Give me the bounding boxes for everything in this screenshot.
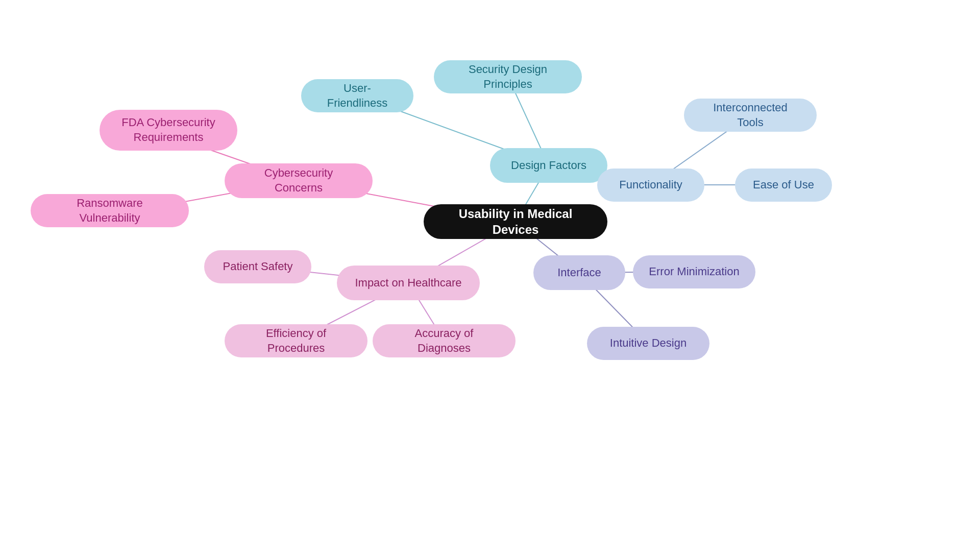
ransomware-node: Ransomware Vulnerability [31,194,189,227]
interconnected-tools-node: Interconnected Tools [684,99,817,132]
efficiency-node: Efficiency of Procedures [225,324,368,357]
impact-healthcare-node: Impact on Healthcare [337,266,480,300]
user-friendliness-node: User-Friendliness [301,79,413,112]
center-node: Usability in Medical Devices [424,204,607,239]
intuitive-design-node: Intuitive Design [587,327,709,360]
error-minimization-node: Error Minimization [633,255,755,288]
security-design-node: Security Design Principles [434,60,582,93]
fda-node: FDA CybersecurityRequirements [100,110,237,151]
patient-safety-node: Patient Safety [204,250,311,283]
ease-of-use-node: Ease of Use [735,169,832,202]
accuracy-node: Accuracy of Diagnoses [373,324,516,357]
design-factors-node: Design Factors [490,148,607,183]
functionality-node: Functionality [597,169,704,202]
interface-node: Interface [533,255,625,290]
cybersecurity-concerns-node: Cybersecurity Concerns [225,163,373,198]
